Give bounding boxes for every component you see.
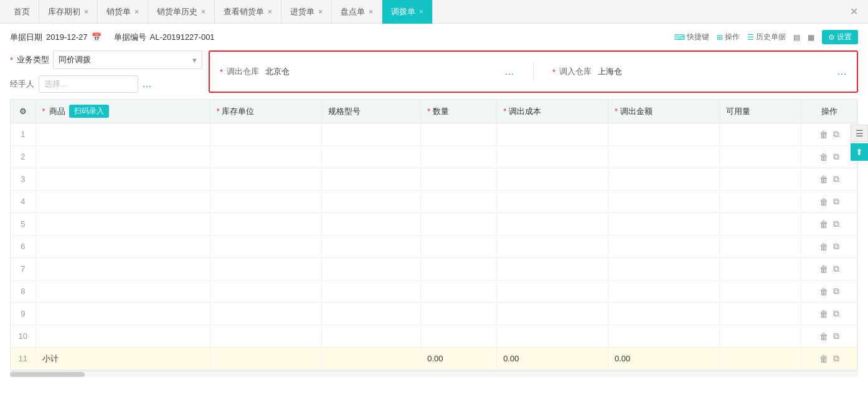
row-amount[interactable] (608, 258, 719, 280)
sidebar-export-btn[interactable]: ⬆ (851, 143, 868, 161)
in-warehouse-more-icon[interactable]: … (837, 66, 847, 77)
row-unit[interactable] (210, 123, 321, 146)
row-cost[interactable] (497, 123, 608, 146)
history-btn[interactable]: ☰ 历史单据 (747, 32, 786, 42)
row-goods[interactable] (35, 123, 210, 146)
row-unit[interactable] (210, 213, 321, 236)
row-qty[interactable] (421, 191, 497, 213)
row-amount[interactable] (608, 325, 719, 348)
out-warehouse-more-icon[interactable]: … (504, 66, 514, 77)
scroll-thumb[interactable] (10, 372, 85, 377)
copy-row-icon[interactable]: ⧉ (833, 286, 839, 297)
row-amount[interactable] (608, 236, 719, 258)
row-cost[interactable] (497, 191, 608, 213)
calendar-icon[interactable]: 📅 (92, 32, 101, 42)
sidebar-list-btn[interactable]: ☰ (851, 125, 868, 142)
delete-row-icon[interactable]: 🗑 (819, 287, 828, 297)
business-type-select[interactable]: 同价调拨 ▾ (53, 50, 202, 69)
settings-btn[interactable]: ⚙ 设置 (822, 30, 858, 44)
tab-inventory[interactable]: 盘点单 × (332, 0, 382, 24)
copy-row-icon[interactable]: ⧉ (833, 331, 839, 341)
tab-inventory-close[interactable]: × (369, 7, 373, 16)
copy-row-icon[interactable]: ⧉ (833, 219, 839, 229)
tab-inventory-init[interactable]: 库存期初 × (39, 0, 98, 24)
row-amount[interactable] (608, 123, 719, 146)
row-spec[interactable] (321, 213, 421, 236)
row-goods[interactable] (35, 213, 210, 236)
row-goods[interactable] (35, 280, 210, 303)
row-unit[interactable] (210, 236, 321, 258)
close-window-btn[interactable]: ✕ (850, 6, 863, 17)
row-cost[interactable] (497, 236, 608, 258)
handler-input[interactable]: 选择... (39, 75, 138, 93)
tab-sales-history-close[interactable]: × (201, 7, 205, 16)
row-amount[interactable] (608, 303, 719, 325)
scan-button[interactable]: 扫码录入 (69, 105, 109, 118)
scroll-bar[interactable] (10, 371, 858, 377)
tab-sales-order[interactable]: 销货单 × (98, 0, 148, 24)
delete-row-icon[interactable]: 🗑 (819, 264, 828, 274)
tab-transfer-close[interactable]: × (419, 7, 423, 16)
delete-row-icon[interactable]: 🗑 (819, 152, 828, 162)
row-qty[interactable] (421, 168, 497, 191)
shortcuts-btn[interactable]: ⌨ 快捷键 (674, 32, 709, 42)
row-amount[interactable] (608, 280, 719, 303)
delete-row-icon[interactable]: 🗑 (819, 197, 828, 207)
row-qty[interactable] (421, 325, 497, 348)
tab-sales-history[interactable]: 销货单历史 × (148, 0, 215, 24)
row-goods[interactable] (35, 191, 210, 213)
row-goods[interactable] (35, 258, 210, 280)
row-qty[interactable] (421, 258, 497, 280)
row-spec[interactable] (321, 258, 421, 280)
tab-purchase[interactable]: 进货单 × (281, 0, 332, 24)
row-qty[interactable] (421, 280, 497, 303)
layout2-btn[interactable]: ▦ (808, 33, 814, 42)
row-spec[interactable] (321, 146, 421, 168)
row-qty[interactable] (421, 213, 497, 236)
row-cost[interactable] (497, 325, 608, 348)
copy-row-icon[interactable]: ⧉ (833, 129, 839, 140)
row-spec[interactable] (321, 123, 421, 146)
tab-view-sales[interactable]: 查看销货单 × (215, 0, 281, 24)
row-cost[interactable] (497, 303, 608, 325)
delete-row-icon[interactable]: 🗑 (819, 242, 828, 252)
delete-row-icon[interactable]: 🗑 (819, 174, 828, 184)
row-cost[interactable] (497, 280, 608, 303)
delete-row-icon[interactable]: 🗑 (819, 130, 828, 140)
row-cost[interactable] (497, 258, 608, 280)
row-unit[interactable] (210, 325, 321, 348)
tab-inventory-init-close[interactable]: × (84, 7, 88, 16)
tab-view-sales-close[interactable]: × (268, 7, 272, 16)
row-amount[interactable] (608, 168, 719, 191)
handler-more-icon[interactable]: … (142, 79, 152, 90)
row-unit[interactable] (210, 191, 321, 213)
row-qty[interactable] (421, 303, 497, 325)
row-spec[interactable] (321, 303, 421, 325)
delete-row-icon[interactable]: 🗑 (819, 309, 828, 319)
tab-purchase-close[interactable]: × (318, 7, 323, 16)
row-unit[interactable] (210, 303, 321, 325)
row-qty[interactable] (421, 236, 497, 258)
row-cost[interactable] (497, 146, 608, 168)
row-goods[interactable] (35, 325, 210, 348)
delete-row-icon[interactable]: 🗑 (819, 219, 828, 229)
row-amount[interactable] (608, 213, 719, 236)
row-amount[interactable] (608, 146, 719, 168)
copy-row-icon[interactable]: ⧉ (833, 196, 839, 207)
operations-btn[interactable]: ⊞ 操作 (717, 32, 740, 42)
row-unit[interactable] (210, 280, 321, 303)
row-unit[interactable] (210, 146, 321, 168)
row-goods[interactable] (35, 146, 210, 168)
row-spec[interactable] (321, 191, 421, 213)
copy-row-icon[interactable]: ⧉ (833, 264, 839, 274)
row-cost[interactable] (497, 213, 608, 236)
row-spec[interactable] (321, 280, 421, 303)
row-unit[interactable] (210, 258, 321, 280)
row-goods[interactable] (35, 236, 210, 258)
delete-icon[interactable]: 🗑 (819, 354, 828, 364)
row-unit[interactable] (210, 168, 321, 191)
row-goods[interactable] (35, 303, 210, 325)
th-settings[interactable]: ⚙ (11, 100, 35, 123)
row-goods[interactable] (35, 168, 210, 191)
copy-icon[interactable]: ⧉ (833, 353, 839, 364)
